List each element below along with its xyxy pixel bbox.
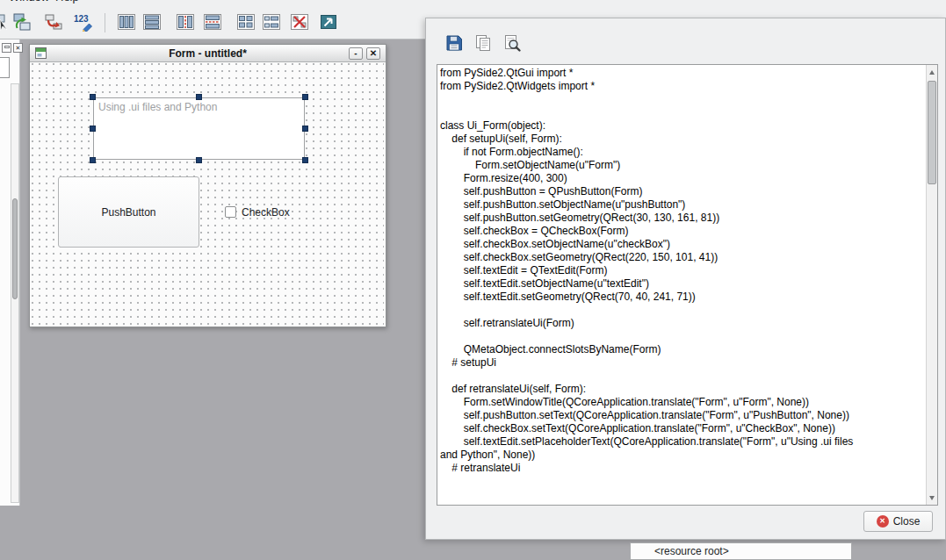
textedit-widget[interactable]: Using .ui files and Python <box>93 97 305 160</box>
adjust-size-button[interactable] <box>317 11 340 33</box>
scroll-down-button[interactable] <box>927 492 937 504</box>
resize-handle-top-center[interactable] <box>196 94 202 100</box>
arrow-up-icon <box>929 70 935 75</box>
code-scrollbar[interactable] <box>926 65 937 505</box>
layout-grid-button[interactable] <box>235 11 257 33</box>
menu-window[interactable]: Window <box>9 0 49 4</box>
layout-grid-icon <box>236 12 256 32</box>
resize-handle-top-left[interactable] <box>90 94 96 100</box>
layout-vertically-button[interactable] <box>141 11 163 33</box>
close-circle-icon: ✕ <box>877 515 889 528</box>
layout-form-icon <box>262 12 281 32</box>
checkbox-label: CheckBox <box>242 206 290 219</box>
break-layout-icon <box>290 12 309 32</box>
save-code-button[interactable] <box>442 31 466 55</box>
close-button[interactable]: ✕ Close <box>863 511 933 532</box>
edit-tab-order-button[interactable]: 123 <box>72 11 95 33</box>
edit-buddies-button[interactable] <box>42 11 65 33</box>
layout-vertical-splitter-icon <box>203 12 222 32</box>
resize-handle-bottom-center[interactable] <box>196 157 202 163</box>
form-window-titlebar[interactable]: Form - untitled* - ✕ <box>30 45 386 62</box>
edit-signals-slots-icon <box>12 12 32 32</box>
adjust-size-icon <box>319 12 338 32</box>
form-window-title: Form - untitled* <box>30 47 386 60</box>
layout-vertically-icon <box>142 12 162 32</box>
menu-help[interactable]: Help <box>55 0 79 4</box>
scroll-up-button[interactable] <box>927 66 937 78</box>
checkbox-widget[interactable]: CheckBox <box>225 194 314 230</box>
checkbox-indicator[interactable] <box>225 206 236 218</box>
code-view[interactable]: from PySide2.QtGui import * from PySide2… <box>437 64 938 506</box>
edit-tab-order-icon: 123 <box>74 12 93 32</box>
save-icon <box>444 32 465 54</box>
code-text: from PySide2.QtGui import * from PySide2… <box>437 65 926 505</box>
code-preview-dialog: from PySide2.QtGui import * from PySide2… <box>425 18 946 540</box>
textedit-widget-selected[interactable]: Using .ui files and Python <box>93 97 305 160</box>
float-icon <box>4 46 10 48</box>
layout-form-button[interactable] <box>260 11 283 33</box>
toolbar-separator <box>105 13 105 32</box>
close-button-label: Close <box>893 515 921 528</box>
pushbutton-widget[interactable]: PushButton <box>58 176 199 248</box>
resize-handle-mid-right[interactable] <box>302 126 308 132</box>
resize-handle-bottom-left[interactable] <box>90 157 96 163</box>
dock-close-button[interactable]: ✕ <box>13 43 23 53</box>
scrollbar-thumb[interactable] <box>928 81 936 184</box>
resize-handle-top-right[interactable] <box>302 94 308 100</box>
edit-signals-slots-button[interactable] <box>11 11 33 33</box>
resize-handle-mid-left[interactable] <box>90 126 96 132</box>
resource-browser-panel: <resource root> <box>630 542 852 560</box>
form-minimize-button[interactable]: - <box>349 47 363 60</box>
arrow-down-icon <box>929 496 935 500</box>
edit-widgets-icon <box>0 12 11 32</box>
form-editor-window: Form - untitled* - ✕ Using .ui files and… <box>29 44 386 327</box>
break-layout-button[interactable] <box>288 11 311 33</box>
widget-box-dock: ✕ <box>0 39 20 506</box>
layout-horizontally-icon <box>117 12 136 32</box>
layout-horizontal-splitter-button[interactable] <box>174 11 197 33</box>
layout-vertical-splitter-button[interactable] <box>201 11 224 33</box>
find-icon <box>502 32 523 54</box>
dock-close-icon: ✕ <box>16 45 21 51</box>
resource-root-item[interactable]: <resource root> <box>654 545 729 557</box>
edit-buddies-icon <box>44 12 63 32</box>
widget-box-scrollbar[interactable] <box>11 83 19 503</box>
svg-text:123: 123 <box>74 14 89 24</box>
form-canvas[interactable]: Using .ui files and Python PushButton Ch… <box>32 62 384 325</box>
form-close-button[interactable]: ✕ <box>366 47 380 60</box>
layout-horizontally-button[interactable] <box>115 11 138 33</box>
dock-float-button[interactable] <box>2 43 11 53</box>
widget-box-filter-input[interactable] <box>0 57 10 78</box>
copy-icon <box>473 32 494 54</box>
resize-handle-bottom-right[interactable] <box>302 157 308 163</box>
layout-horizontal-splitter-icon <box>176 12 195 32</box>
copy-all-button[interactable] <box>471 31 495 55</box>
find-in-code-button[interactable] <box>500 31 524 55</box>
scrollbar-thumb[interactable] <box>12 198 18 299</box>
